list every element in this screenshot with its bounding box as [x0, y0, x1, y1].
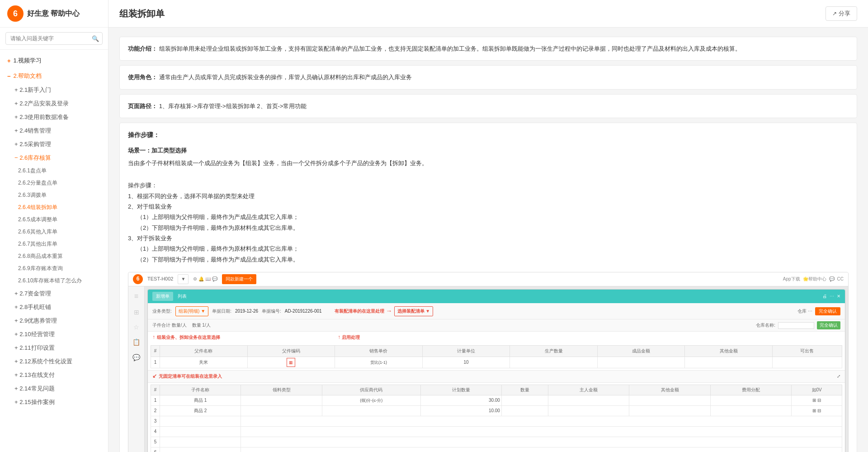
- sidebar-item-sales[interactable]: + 2.4销售管理: [0, 124, 108, 138]
- screenshot-test-id: TEST-H002: [147, 275, 173, 284]
- screenshot-icons: ⚙ 🔔 📖 💬: [193, 275, 217, 283]
- sidebar-item-other-out[interactable]: 2.6.7其他出库单: [0, 238, 108, 250]
- cell-sub-type: [241, 405, 322, 416]
- screenshot-sub-table: # 子件名称 领料类型 供应商代码 计划数量 数量 主人金额 其他金额: [148, 383, 845, 452]
- plus-icon: +: [7, 57, 11, 64]
- logo-text: 好生意 帮助中心: [27, 9, 80, 19]
- search-input[interactable]: [5, 32, 103, 45]
- sidebar-item-assembly[interactable]: 2.6.4组装拆卸单: [0, 201, 108, 214]
- sidebar-item-cost-adj[interactable]: 2.6.5成本调整单: [0, 214, 108, 226]
- sidebar-item-cases[interactable]: + 2.15操作案例: [0, 395, 108, 409]
- sidebar-item-docs[interactable]: − 2.帮助文档: [0, 69, 108, 83]
- sidebar-item-stock-query[interactable]: 2.6.9库存账本查询: [0, 262, 108, 275]
- th-unit: 计量单位: [422, 346, 510, 357]
- screenshot-save-btn[interactable]: 完全确认: [815, 307, 840, 315]
- screenshot-warehouse-input[interactable]: [778, 322, 814, 329]
- table-row: 5: [151, 437, 842, 447]
- path-text: 1、库存核算->库存管理->组装拆卸单 2、首页->常用功能: [159, 103, 307, 109]
- cell-sub-other-amt: [629, 395, 710, 405]
- ops-title: 操作步骤：: [128, 129, 849, 141]
- cell-sub-type: [241, 395, 322, 405]
- screenshot-confirm-btn[interactable]: 完全确认: [817, 321, 840, 329]
- sidebar-item-finance[interactable]: + 2.7资金管理: [0, 287, 108, 300]
- screenshot-tab-list[interactable]: 列表: [178, 292, 187, 300]
- th-sub-name: 子件名称: [160, 385, 241, 395]
- table-row: 1 商品 1 (领)分-(≤-分) 30.00: [151, 395, 842, 405]
- plus-icon: +: [14, 86, 19, 93]
- sidebar-item-partial-stock[interactable]: 2.6.2分量盘点单: [0, 177, 108, 189]
- form-action-btns: 仓库 ⋯ 完全确认: [797, 307, 840, 315]
- sidebar-item-cost-recalc[interactable]: 2.6.8商品成本重算: [0, 250, 108, 262]
- step3: 3、对于拆装业务: [128, 233, 849, 243]
- child-table: # 子件名称 领料类型 供应商代码 计划数量 数量 主人金额 其他金额: [151, 385, 842, 452]
- parent-table: # 父件名称 父件编码 销售单价 计量单位 生产数量 成品金额 其他金额: [151, 345, 842, 368]
- cell-other-amount: [685, 357, 773, 368]
- sidebar-item-install[interactable]: + 2.2产品安装及登录: [0, 97, 108, 110]
- sidebar-item-stockcount[interactable]: 2.6.1盘点单: [0, 165, 108, 177]
- sidebar-item-stock-fix[interactable]: 2.6.10库存账本错了怎么办: [0, 275, 108, 287]
- sidebar-item-personalize[interactable]: + 2.12系统个性化设置: [0, 355, 108, 368]
- form-qty-label: 数量 1/人: [192, 321, 211, 329]
- screenshot-right-icons: App下载🌟帮助中心💬CC: [783, 275, 844, 283]
- sidebar-item-ops-mgmt[interactable]: + 2.10经营管理: [0, 328, 108, 341]
- form-type-input[interactable]: 组装(明细) ▼: [175, 306, 208, 316]
- screenshot-tab-new[interactable]: 新增单: [152, 292, 173, 301]
- sidebar-item-videos[interactable]: + 1.视频学习: [0, 53, 108, 68]
- plus-icon: +: [14, 371, 19, 378]
- sidebar-item-purchase[interactable]: + 2.5采购管理: [0, 138, 108, 151]
- cell-parent-name: 关米: [160, 357, 248, 368]
- nav-item-label: 2.5采购管理: [19, 141, 51, 147]
- cell-sub-num: 4: [151, 426, 160, 437]
- nav-section-1: + 1.视频学习: [0, 53, 108, 68]
- sidebar-item-coupon[interactable]: + 2.9优惠券管理: [0, 314, 108, 328]
- cell-empty: [241, 426, 842, 437]
- sidebar-item-other-in[interactable]: 2.6.6其他入库单: [0, 226, 108, 238]
- search-icon[interactable]: 🔍: [92, 35, 99, 42]
- annotation-type-label: 组装业务、拆卸业务在这里选择: [157, 333, 220, 342]
- cell-sub-num: 3: [151, 416, 160, 426]
- form-date-value: 2019-12-26: [235, 307, 258, 315]
- th-available: 可出售: [772, 346, 842, 357]
- minus-icon: −: [14, 154, 19, 161]
- sidebar-item-mobile[interactable]: + 2.8手机旺铺: [0, 300, 108, 314]
- nav-deep-label: 2.6.1盘点单: [18, 167, 47, 174]
- cell-sub-alloc: [710, 405, 791, 416]
- screenshot-expand-btn[interactable]: ⤢: [837, 372, 840, 381]
- th-qty: 生产数量: [510, 346, 598, 357]
- cell-empty: [160, 426, 241, 437]
- sidebar-item-faq[interactable]: + 2.14常见问题: [0, 382, 108, 395]
- main-content: 组装拆卸单 ↗ 分享 功能介绍： 组装拆卸单用来处理企业组装或拆卸等加工业务，支…: [108, 0, 868, 452]
- sidebar-item-inventory[interactable]: − 2.6库存核算: [0, 151, 108, 165]
- cell-empty: [160, 437, 241, 447]
- th-sub-alloc: 费用分配: [710, 385, 791, 395]
- cell-sub-alloc: [710, 395, 791, 405]
- nav-deep-label: 2.6.9库存账本查询: [18, 265, 63, 271]
- screenshot-upper-table: # 父件名称 父件编码 销售单价 计量单位 生产数量 成品金额 其他金额: [148, 343, 845, 370]
- share-button[interactable]: ↗ 分享: [826, 6, 857, 21]
- role-label: 使用角色：: [128, 74, 157, 81]
- form-type-label: 业务类型:: [152, 307, 172, 315]
- sidebar-item-beginner[interactable]: + 2.1新手入门: [0, 83, 108, 97]
- th-sub-other-amt: 其他金额: [629, 385, 710, 395]
- cell-sub-main-amt: [548, 395, 629, 405]
- cell-empty: [241, 447, 842, 452]
- step3-1: （1）上部明细为父件明细，最终作为原材料生成其它出库单；: [128, 243, 849, 254]
- cell-sub-plan-qty: 30.00: [420, 395, 501, 405]
- th-num: #: [151, 346, 160, 357]
- th-sub-main-amt: 主人金额: [548, 385, 629, 395]
- sidebar-item-payment[interactable]: + 2.13在线支付: [0, 368, 108, 382]
- sidebar-item-transfer[interactable]: 2.6.3调拨单: [0, 189, 108, 201]
- sidebar-header: 6 好生意 帮助中心: [0, 0, 108, 28]
- table-row: 1 关米 ▦ 货比(1-1) 10: [151, 357, 842, 368]
- plus-icon: +: [14, 100, 19, 107]
- plus-icon: +: [14, 399, 19, 405]
- form-date-label: 单据日期:: [212, 307, 231, 315]
- plus-icon: +: [14, 304, 19, 310]
- sidebar-item-print[interactable]: + 2.11打印设置: [0, 341, 108, 355]
- sidebar-item-data-prep[interactable]: + 2.3使用前数据准备: [0, 110, 108, 124]
- cell-num: 1: [151, 357, 160, 368]
- cell-prod-qty: [510, 357, 598, 368]
- annotation-enable: ↑ 启用处理: [338, 333, 360, 343]
- cell-parent-code: ▦: [247, 357, 335, 368]
- screenshot-new-btn[interactable]: 同款新建一个: [222, 274, 256, 284]
